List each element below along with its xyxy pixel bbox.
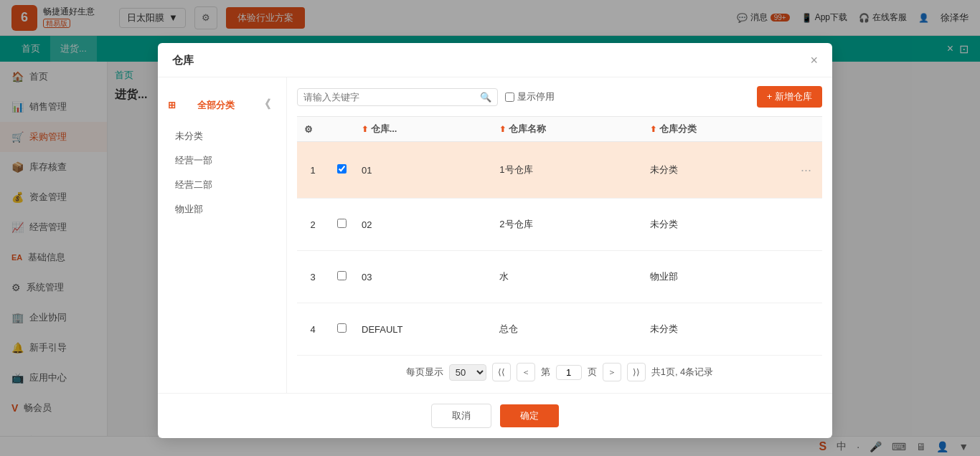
- row-num: 3: [297, 251, 329, 303]
- row-code: 01: [354, 142, 492, 199]
- category-collapse-button[interactable]: 《: [253, 92, 276, 118]
- col-actions: [793, 117, 822, 142]
- table-row[interactable]: 3 03 水 物业部: [297, 251, 822, 303]
- toolbar: 🔍 显示停用 + 新增仓库: [297, 86, 822, 108]
- category-panel: ⊞ 全部分类 《 未分类 经营一部 经营二部 物业部: [158, 77, 287, 393]
- row-more[interactable]: [793, 251, 822, 303]
- last-page-button[interactable]: ⟩⟩: [627, 363, 646, 381]
- search-box: 🔍: [297, 88, 498, 106]
- row-category: 物业部: [643, 251, 793, 303]
- pagination: 每页显示 50 20 100 ⟨⟨ ＜ 第 页 ＞ ⟩⟩ 共1页, 4条记录: [297, 356, 822, 384]
- row-num: 1: [297, 142, 329, 199]
- row-more[interactable]: [793, 199, 822, 251]
- row-code: DEFAULT: [354, 303, 492, 356]
- row-category: 未分类: [643, 142, 793, 199]
- page-number-input[interactable]: [556, 365, 582, 380]
- row-name: 1号仓库: [492, 142, 643, 199]
- grid-icon: ⊞: [168, 100, 176, 110]
- search-icon: 🔍: [480, 92, 491, 103]
- confirm-button[interactable]: 确定: [500, 404, 559, 427]
- row-category: 未分类: [643, 303, 793, 356]
- category-item-ops2[interactable]: 经营二部: [158, 173, 286, 197]
- next-page-button[interactable]: ＞: [603, 363, 621, 381]
- table-row[interactable]: 1 01 1号仓库 未分类 ···: [297, 142, 822, 199]
- category-item-property[interactable]: 物业部: [158, 197, 286, 222]
- show-disabled-checkbox[interactable]: [505, 92, 514, 102]
- row-more[interactable]: ···: [793, 142, 822, 199]
- per-page-select[interactable]: 50 20 100: [449, 364, 486, 381]
- col-category[interactable]: ⬆ 仓库分类: [643, 117, 793, 142]
- row-num: 4: [297, 303, 329, 356]
- row-name: 2号仓库: [492, 199, 643, 251]
- category-item-unclassified[interactable]: 未分类: [158, 124, 286, 148]
- table-row[interactable]: 2 02 2号仓库 未分类: [297, 199, 822, 251]
- sort-icon-cat: ⬆: [650, 125, 656, 133]
- show-disabled-label[interactable]: 显示停用: [505, 90, 555, 103]
- table-panel: 🔍 显示停用 + 新增仓库 ⚙ ⬆: [287, 77, 832, 393]
- row-code: 02: [354, 199, 492, 251]
- row-checkbox[interactable]: [329, 303, 354, 356]
- table-row[interactable]: 4 DEFAULT 总仓 未分类: [297, 303, 822, 356]
- all-category-item[interactable]: ⊞ 全部分类 《: [158, 86, 286, 124]
- setting-icon: ⚙: [304, 124, 313, 135]
- col-code[interactable]: ⬆ 仓库...: [354, 117, 492, 142]
- modal-title: 仓库: [172, 54, 194, 67]
- row-category: 未分类: [643, 199, 793, 251]
- modal-body: ⊞ 全部分类 《 未分类 经营一部 经营二部 物业部 🔍: [158, 77, 832, 393]
- category-item-ops1[interactable]: 经营一部: [158, 148, 286, 173]
- row-more[interactable]: [793, 303, 822, 356]
- prev-page-button[interactable]: ＜: [517, 363, 535, 381]
- row-num: 2: [297, 199, 329, 251]
- search-input[interactable]: [303, 92, 480, 103]
- row-name: 总仓: [492, 303, 643, 356]
- modal-close-button[interactable]: ×: [810, 53, 818, 68]
- warehouse-modal: 仓库 × ⊞ 全部分类 《 未分类 经营一部 经营二部 物业部: [158, 43, 832, 438]
- col-setting[interactable]: ⚙: [297, 117, 329, 142]
- row-code: 03: [354, 251, 492, 303]
- first-page-button[interactable]: ⟨⟨: [492, 363, 511, 381]
- col-checkbox: [329, 117, 354, 142]
- row-checkbox[interactable]: [329, 142, 354, 199]
- cancel-button[interactable]: 取消: [431, 404, 491, 428]
- modal-footer: 取消 确定: [158, 393, 832, 438]
- row-checkbox[interactable]: [329, 199, 354, 251]
- col-name[interactable]: ⬆ 仓库名称: [492, 117, 643, 142]
- add-warehouse-button[interactable]: + 新增仓库: [757, 86, 822, 108]
- sort-icon: ⬆: [362, 125, 368, 133]
- row-checkbox[interactable]: [329, 251, 354, 303]
- sort-icon-name: ⬆: [499, 125, 506, 133]
- warehouse-table: ⚙ ⬆ 仓库... ⬆ 仓库名称 ⬆ 仓库分类: [297, 116, 822, 356]
- row-name: 水: [492, 251, 643, 303]
- modal-header: 仓库 ×: [158, 43, 832, 77]
